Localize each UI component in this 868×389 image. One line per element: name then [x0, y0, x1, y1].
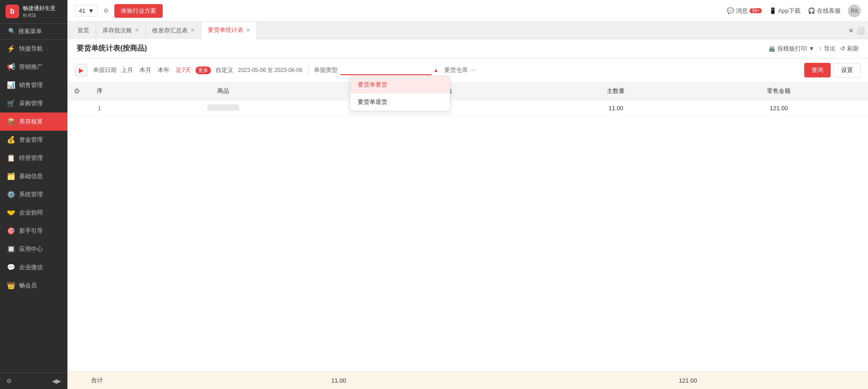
nav-label-marketing: 营销推广 — [19, 63, 43, 71]
warehouse-more-icon[interactable]: ··· — [470, 66, 476, 74]
main-content: 41 ▼ ⚙ 体验行业方案 💬 消息 99+ 📱 App下载 🎧 在线客服 — [67, 0, 868, 389]
sidebar-logo: b 畅捷通好生意 标准版 — [0, 0, 67, 24]
nav-label-operations: 经营管理 — [19, 154, 43, 162]
topbar-right: 💬 消息 99+ 📱 App下载 🎧 在线客服 Rit — [727, 5, 861, 17]
sidebar-item-wechat[interactable]: 💬 企业微信 — [0, 258, 67, 276]
sidebar-item-inventory[interactable]: 📦 库存核算 — [0, 113, 67, 131]
search-menu[interactable]: 🔍 搜索菜单 — [0, 24, 67, 40]
maximize-window-button[interactable]: ⬜ — [857, 27, 864, 34]
tab-home-label: 首页 — [77, 26, 89, 35]
refresh-button[interactable]: ↺ 刷新 — [840, 45, 859, 53]
trial-button[interactable]: 体验行业方案 — [114, 4, 163, 18]
type-label: 单据类型 — [314, 66, 338, 74]
topbar-left: 41 ▼ ⚙ 体验行业方案 — [75, 4, 727, 18]
logo-sub: 标准版 — [23, 12, 56, 19]
nav-label-inventory: 库存核算 — [19, 118, 43, 126]
7days-button[interactable]: 近7天 — [174, 65, 193, 75]
nav-label-sales: 销售管理 — [19, 81, 43, 89]
sidebar-item-operations[interactable]: 📋 经营管理 — [0, 149, 67, 167]
app-download-button[interactable]: 📱 App下载 — [769, 7, 801, 15]
col-seq: 序 — [86, 82, 113, 100]
type-input-wrapper: ▲ — [340, 66, 439, 75]
sidebar-item-quick-nav[interactable]: ⚡ 快捷导航 — [0, 40, 67, 58]
tab-home[interactable]: 首页 — [71, 22, 96, 39]
sidebar-item-apps[interactable]: 🔲 应用中心 — [0, 240, 67, 258]
page-header-actions: 🖨️ 按模板打印 ▼ ↑ 导出 ↺ 刷新 — [768, 45, 859, 53]
date-filter-label: 单据日期 — [93, 66, 117, 74]
nav-label-collab: 企业协同 — [19, 209, 43, 217]
sidebar-nav: ⚡ 快捷导航📢 营销推广📊 销售管理🛒 采购管理📦 库存核算💰 资金管理📋 经营… — [0, 40, 67, 373]
nav-icon-sales: 📊 — [6, 81, 15, 90]
sidebar-item-members[interactable]: 👑 畅会员 — [0, 276, 67, 295]
tab-order-summary[interactable]: 要货单统计表 ✕ — [201, 22, 257, 39]
query-button[interactable]: 查询 — [804, 63, 831, 77]
page-title: 要货单统计表(按商品) — [77, 44, 147, 53]
table-row: 1 块 11.00 121.00 — [67, 100, 868, 116]
row-seq: 1 — [86, 100, 113, 116]
table-wrapper: ⚙ 序 商品 主计量单位 主数量 — [67, 82, 868, 371]
online-service-button[interactable]: 🎧 在线客服 — [808, 7, 841, 15]
page-header: 要货单统计表(按商品) 🖨️ 按模板打印 ▼ ↑ 导出 ↺ 刷新 — [67, 39, 868, 58]
user-avatar[interactable]: Rit — [848, 5, 861, 17]
tab-order-close[interactable]: ✕ — [246, 27, 250, 33]
type-dropdown-menu: 要货单要货 要货单退货 — [350, 76, 450, 111]
nav-label-system: 系统管理 — [19, 190, 43, 199]
tab-collect-summary[interactable]: 收发存汇总表 ✕ — [146, 22, 201, 39]
last-month-button[interactable]: 上月 — [119, 65, 135, 75]
this-month-button[interactable]: 本月 — [138, 65, 153, 75]
nav-icon-operations: 📋 — [6, 154, 15, 163]
message-label: 消息 — [736, 7, 748, 15]
this-year-button[interactable]: 本年 — [156, 65, 171, 75]
tab-batch-account[interactable]: 库存批次账 ✕ — [96, 22, 146, 39]
tab-extras: ✕ ⬜ — [848, 27, 864, 34]
sidebar-item-marketing[interactable]: 📢 营销推广 — [0, 58, 67, 76]
tab-batch-close[interactable]: ✕ — [135, 27, 139, 33]
nav-icon-members: 👑 — [6, 281, 15, 290]
service-label: 在线客服 — [817, 7, 841, 15]
sidebar-footer: ⚙ ◀▶ — [0, 373, 67, 389]
product-placeholder — [207, 104, 239, 111]
sidebar-item-basic[interactable]: 🗂️ 基础信息 — [0, 167, 67, 185]
date-filter-group: 单据日期 上月 本月 本年 近7天 更多 自定义 2023-05-06 至 20… — [93, 65, 303, 75]
table-header-row: ⚙ 序 商品 主计量单位 主数量 — [67, 82, 868, 100]
more-badge[interactable]: 更多 — [195, 67, 211, 74]
message-button[interactable]: 💬 消息 99+ — [727, 7, 762, 15]
sidebar-item-guide[interactable]: 🎯 新手引导 — [0, 222, 67, 240]
dropdown-item-1[interactable]: 要货单要货 — [350, 76, 450, 93]
print-button[interactable]: 🖨️ 按模板打印 ▼ — [768, 45, 815, 53]
type-input[interactable] — [340, 66, 431, 75]
footer-label: 合计 — [73, 376, 164, 384]
sidebar-item-sales[interactable]: 📊 销售管理 — [0, 76, 67, 94]
nav-label-wechat: 企业微信 — [19, 263, 43, 271]
tab-collect-close[interactable]: ✕ — [190, 27, 195, 33]
filter-expand-button[interactable]: ▶ — [75, 64, 87, 77]
sidebar-item-purchase[interactable]: 🛒 采购管理 — [0, 94, 67, 113]
type-chevron-icon[interactable]: ▲ — [433, 67, 439, 73]
row-amount: 121.00 — [690, 100, 868, 116]
row-settings-cell — [67, 100, 86, 116]
nav-label-finance: 资金管理 — [19, 136, 43, 144]
table-footer: 合计 11.00 121.00 — [67, 371, 868, 389]
sidebar-item-finance[interactable]: 💰 资金管理 — [0, 131, 67, 149]
row-product — [113, 100, 334, 116]
filter-divider — [308, 66, 308, 75]
custom-button[interactable]: 自定义 — [214, 65, 235, 75]
settings-icon[interactable]: ⚙ — [6, 378, 12, 384]
nav-icon-apps: 🔲 — [6, 245, 15, 254]
nav-icon-inventory: 📦 — [6, 117, 15, 126]
logo-name: 畅捷通好生意 — [23, 5, 56, 12]
dropdown-item-2[interactable]: 要货单退货 — [350, 93, 450, 111]
sidebar-item-collab[interactable]: 🤝 企业协同 — [0, 204, 67, 222]
footer-quantity: 11.00 — [164, 377, 514, 384]
export-button[interactable]: ↑ 导出 — [819, 45, 836, 53]
settings-icon[interactable]: ⚙ — [103, 7, 109, 14]
column-settings-icon[interactable]: ⚙ — [74, 87, 80, 95]
close-window-button[interactable]: ✕ — [848, 27, 854, 34]
shop-name: 41 — [79, 7, 85, 14]
collapse-icon[interactable]: ◀▶ — [52, 378, 61, 384]
nav-label-basic: 基础信息 — [19, 172, 43, 180]
set-button[interactable]: 设置 — [833, 63, 861, 77]
shop-selector[interactable]: 41 ▼ — [75, 5, 98, 16]
col-settings[interactable]: ⚙ — [67, 82, 86, 100]
sidebar-item-system[interactable]: ⚙️ 系统管理 — [0, 185, 67, 204]
